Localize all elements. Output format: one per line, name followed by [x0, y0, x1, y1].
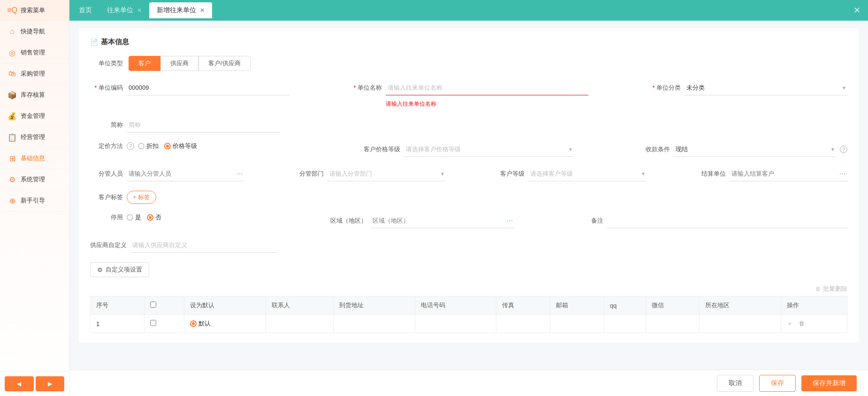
- batch-delete-area: 🗑 批量删除: [90, 285, 847, 293]
- sidebar-item-label: 销售管理: [21, 48, 45, 57]
- sidebar-search[interactable]: ≡Q 搜索菜单: [0, 0, 69, 21]
- disabled-yes[interactable]: 是: [127, 213, 141, 222]
- sidebar-bottom-btn2[interactable]: ▶: [36, 376, 65, 391]
- unit-name-input[interactable]: [386, 80, 588, 95]
- sidebar-item-label: 快捷导航: [21, 27, 45, 36]
- disabled-no-label: 否: [155, 213, 161, 222]
- basic-info-card: 📄 基本信息 单位类型 客户 供应商 客户/供应商 单位编码: [79, 28, 859, 342]
- sidebar-item-label: 新手引导: [21, 196, 45, 205]
- unit-name-label: 单位名称: [349, 84, 382, 92]
- row-tag: 客户标签 + 标签: [90, 191, 847, 204]
- sidebar-item-system[interactable]: ⚙ 系统管理: [0, 169, 69, 190]
- disabled-yes-label: 是: [135, 213, 141, 222]
- region-input-wrap: ···: [371, 213, 515, 228]
- cust-level-label: 客户等级: [492, 170, 525, 178]
- row-checkbox[interactable]: [150, 320, 156, 326]
- unit-type-supplier[interactable]: 供应商: [160, 56, 198, 71]
- table-row: 1 默认: [91, 315, 847, 333]
- unit-cat-select[interactable]: 未分类 ▾: [685, 80, 847, 95]
- sidebar-item-label: 库存核算: [21, 91, 45, 99]
- tab-partner[interactable]: 往来单位 ✕: [99, 2, 149, 18]
- bottom-bar: 取消 保存 保存并新增: [69, 370, 868, 396]
- batch-delete-label[interactable]: 批量删除: [823, 285, 847, 292]
- region-more-btn[interactable]: ···: [505, 217, 515, 225]
- pricing-discount[interactable]: 折扣: [138, 142, 159, 150]
- cust-price-level-arrow: ▾: [567, 146, 574, 153]
- field-supplier-custom: 供应商自定义: [90, 238, 278, 253]
- sidebar-item-purchase[interactable]: 🛍 采购管理: [0, 63, 69, 85]
- cell-contact: [266, 315, 333, 333]
- cell-phone: [415, 315, 496, 333]
- supplier-custom-input[interactable]: [130, 238, 278, 253]
- tab-new-partner[interactable]: 新增往来单位 ✕: [149, 2, 212, 18]
- section-title: 📄 基本信息: [90, 38, 847, 47]
- save-button[interactable]: 保存: [759, 375, 796, 392]
- field-department: 分管部门 请输入分管部门 ▾: [291, 166, 445, 181]
- payment-help-icon[interactable]: ?: [840, 146, 847, 153]
- pricing-help-icon[interactable]: ?: [127, 142, 134, 150]
- manager-input-wrap: ···: [127, 166, 244, 181]
- disabled-no[interactable]: 否: [147, 213, 161, 222]
- field-settlement-unit: 结算单位 ···: [693, 166, 847, 181]
- notes-input[interactable]: [607, 213, 847, 228]
- col-area: 所在地区: [700, 296, 781, 315]
- custom-settings-button[interactable]: ⚙ 自定义项设置: [90, 262, 149, 277]
- newbie-icon: ⊕: [8, 196, 17, 205]
- field-unit-name: 单位名称 请输入往来单位名称: [349, 80, 588, 108]
- pricing-price-level-radio: [164, 143, 171, 149]
- disabled-radio-group: 是 否: [127, 213, 161, 222]
- sidebar-item-sales[interactable]: ◎ 销售管理: [0, 42, 69, 63]
- unit-type-customer[interactable]: 客户: [129, 56, 160, 71]
- table-header-row: 序号 设为默认 联系人 到货地址 电话号码 传真 邮箱 qq 微信 所在地区 操…: [91, 296, 847, 315]
- dept-label: 分管部门: [291, 170, 324, 178]
- sidebar-item-finance[interactable]: 💰 资金管理: [0, 106, 69, 127]
- row-add-btn[interactable]: ＋: [787, 320, 793, 327]
- sidebar-item-quick-nav[interactable]: ⌂ 快捷导航: [0, 21, 69, 42]
- add-tag-button[interactable]: + 标签: [127, 191, 156, 204]
- unit-type-label: 单位类型: [90, 59, 123, 68]
- pricing-discount-label: 折扣: [146, 142, 159, 150]
- tabbar-close-btn[interactable]: ✕: [848, 5, 866, 16]
- pricing-price-level[interactable]: 价格等级: [164, 142, 197, 150]
- sidebar-item-basic[interactable]: ⊞ 基础信息: [0, 148, 69, 169]
- pricing-radio-group: 折扣 价格等级: [138, 142, 197, 150]
- sidebar-item-newbie[interactable]: ⊕ 新手引导: [0, 190, 69, 211]
- cust-price-level-placeholder: 请选择客户价格等级: [404, 145, 567, 154]
- row-code-name-cat: 单位编码 单位名称 请输入往来单位名称 单位分类 未分: [90, 80, 847, 108]
- cancel-button[interactable]: 取消: [717, 375, 754, 392]
- row-pricing: 定价方法 ? 折扣 价格等级 客户价格等级: [90, 142, 847, 157]
- field-notes: 备注: [571, 213, 847, 228]
- row-delete-btn[interactable]: 🗑: [799, 320, 805, 327]
- unit-code-input[interactable]: [127, 80, 289, 95]
- row-abbr: 简称: [90, 117, 847, 132]
- select-all-checkbox[interactable]: [150, 302, 156, 308]
- payment-cond-select[interactable]: 现结 ▾: [674, 142, 836, 157]
- notes-label: 备注: [571, 217, 603, 225]
- col-qq: qq: [604, 296, 646, 315]
- default-radio-label[interactable]: 默认: [190, 319, 259, 328]
- tab-new-partner-close[interactable]: ✕: [200, 7, 205, 14]
- manager-more-btn[interactable]: ···: [235, 170, 244, 178]
- tab-home[interactable]: 首页: [71, 2, 99, 18]
- abbr-input[interactable]: [127, 117, 280, 132]
- sidebar-bottom-btn1[interactable]: ◀: [5, 376, 34, 391]
- unit-type-group: 客户 供应商 客户/供应商: [129, 56, 251, 71]
- sidebar-item-inventory[interactable]: 📦 库存核算: [0, 85, 69, 106]
- manager-input[interactable]: [127, 170, 235, 177]
- region-input[interactable]: [371, 217, 505, 224]
- sidebar-item-operations[interactable]: 📋 经营管理: [0, 127, 69, 148]
- cust-price-level-select[interactable]: 请选择客户价格等级 ▾: [404, 142, 574, 157]
- tab-partner-close[interactable]: ✕: [137, 7, 142, 14]
- unit-cat-label: 单位分类: [648, 84, 681, 92]
- save-add-button[interactable]: 保存并新增: [801, 375, 857, 391]
- cust-level-select[interactable]: 请选择客户等级 ▾: [528, 166, 646, 181]
- unit-name-error: 请输入往来单位名称: [386, 100, 436, 108]
- settlement-more-btn[interactable]: ···: [838, 170, 847, 178]
- dept-select[interactable]: 请输入分管部门 ▾: [327, 166, 445, 181]
- region-label: 区域（地区）: [330, 217, 367, 225]
- unit-type-row: 单位类型 客户 供应商 客户/供应商: [90, 56, 847, 71]
- settlement-input[interactable]: [730, 170, 838, 177]
- unit-type-both[interactable]: 客户/供应商: [198, 56, 251, 71]
- unit-cat-arrow: ▾: [841, 85, 847, 91]
- sidebar-bottom: ◀ ▶: [0, 371, 69, 396]
